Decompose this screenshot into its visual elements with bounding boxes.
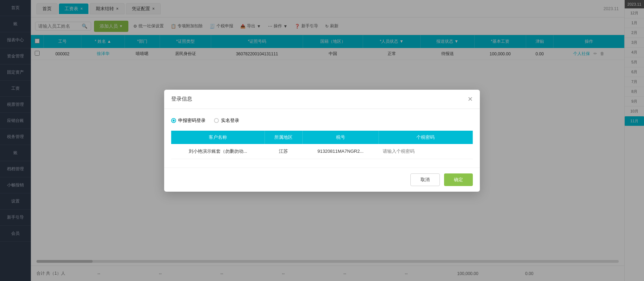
login-type-radio-group: 申报密码登录 实名登录 [171,117,473,124]
dialog-body: 申报密码登录 实名登录 客户名称 所属地区 税号 个税密码 [164,109,480,167]
dialog-table-row: 刘小艳演示账套（勿删勿动... 江苏 91320811MA7NGR2... [171,144,473,159]
dialog-col-taxno: 税号 [302,131,378,144]
radio-password-login[interactable]: 申报密码登录 [171,117,206,124]
dialog-col-customer: 客户名称 [171,131,265,144]
dialog-col-password: 个税密码 [378,131,472,144]
dialog-title: 登录信息 [171,96,192,102]
dialog-cell-taxno: 91320811MA7NGR2... [302,144,378,159]
dialog-cell-password[interactable] [378,144,472,159]
dialog-cancel-button[interactable]: 取消 [410,173,440,186]
radio-realname-login[interactable]: 实名登录 [214,117,239,124]
login-dialog: 登录信息 ✕ 申报密码登录 实名登录 [164,90,480,192]
radio-password-dot [171,118,176,123]
dialog-close-button[interactable]: ✕ [468,95,473,103]
dialog-cell-customer: 刘小艳演示账套（勿删勿动... [171,144,265,159]
app-wrapper: 首页 账 报表中心 资金管理 固定资产 工资 税票管理 应销台账 税务管理 账 … [0,0,644,281]
dialog-col-region: 所属地区 [265,131,303,144]
overlay: 登录信息 ✕ 申报密码登录 实名登录 [0,0,644,281]
dialog-cell-region: 江苏 [265,144,303,159]
tax-password-input[interactable] [383,149,468,154]
dialog-confirm-button[interactable]: 确定 [444,173,473,186]
dialog-footer: 取消 确定 [164,167,480,192]
dialog-table: 客户名称 所属地区 税号 个税密码 刘小艳演示账套（勿删勿动... 江苏 913… [171,131,473,159]
radio-realname-dot [214,118,219,123]
dialog-header: 登录信息 ✕ [164,90,480,109]
